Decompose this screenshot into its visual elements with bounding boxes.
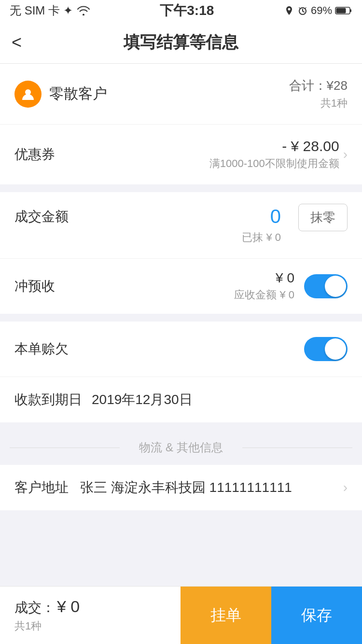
deal-amount-sub: 已抹 ¥ 0 (242, 230, 281, 245)
logistics-divider: 物流 & 其他信息 (0, 440, 362, 455)
pre-receive-amount: ¥ 0 (234, 270, 294, 286)
coupon-row[interactable]: 优惠券 - ¥ 28.00 满1000-100不限制使用金额 › (0, 124, 362, 184)
status-right: 69% (284, 4, 352, 17)
customer-row: 零散客户 合计：¥28 共1种 (0, 64, 362, 124)
address-section: 客户地址 张三 海淀永丰科技园 11111111111 › (0, 465, 362, 510)
content: 零散客户 合计：¥28 共1种 优惠券 - ¥ 28.00 满1000-100不… (0, 64, 362, 581)
round-zero-button[interactable]: 抹零 (298, 204, 348, 231)
credit-label: 本单赊欠 (14, 340, 69, 358)
bottom-buttons: 挂单 保存 (181, 587, 362, 644)
deal-amount-label: 成交金额 (14, 206, 69, 226)
due-date-value: 2019年12月30日 (92, 391, 193, 409)
address-label: 客户地址 (14, 478, 69, 497)
bottom-count: 共1种 (14, 619, 166, 633)
bottom-bar: 成交： ¥ 0 共1种 挂单 保存 (0, 586, 362, 644)
save-button[interactable]: 保存 (271, 587, 362, 644)
status-time: 下午3:18 (160, 1, 214, 20)
pre-receive-right: ¥ 0 应收金额 ¥ 0 (234, 270, 348, 302)
coupon-value: - ¥ 28.00 满1000-100不限制使用金额 (209, 138, 339, 171)
hang-order-button[interactable]: 挂单 (181, 587, 271, 644)
customer-name: 零散客户 (49, 84, 107, 104)
coupon-label: 优惠券 (14, 145, 55, 164)
bottom-left: 成交： ¥ 0 共1种 (0, 597, 181, 633)
bottom-deal-label: 成交： (14, 599, 55, 617)
alarm-icon (297, 5, 308, 16)
svg-rect-5 (336, 8, 346, 14)
address-value: 张三 海淀永丰科技园 11111111111 (80, 478, 343, 497)
chevron-right-icon: › (343, 147, 348, 162)
customer-avatar (14, 81, 42, 108)
customer-total: 合计：¥28 (289, 77, 348, 94)
customer-count: 共1种 (289, 96, 348, 111)
pre-receive-toggle[interactable] (304, 274, 348, 298)
deal-row-right: 0 已抹 ¥ 0 抹零 (242, 206, 348, 245)
deal-amount-value: 0 (242, 206, 281, 227)
deal-amount-row: 成交金额 0 已抹 ¥ 0 抹零 (0, 192, 362, 258)
back-button[interactable]: < (12, 32, 22, 53)
page-title: 填写结算等信息 (124, 31, 238, 54)
battery-percent: 69% (311, 4, 332, 17)
customer-right: 合计：¥28 共1种 (289, 77, 348, 111)
due-date-row: 收款到期日 2019年12月30日 (0, 377, 362, 422)
customer-left: 零散客户 (14, 81, 107, 108)
credit-toggle-knob (325, 338, 346, 360)
svg-rect-4 (350, 9, 351, 12)
credit-toggle[interactable] (304, 337, 348, 361)
coupon-right: - ¥ 28.00 满1000-100不限制使用金额 › (209, 138, 348, 171)
credit-section: 本单赊欠 收款到期日 2019年12月30日 (0, 322, 362, 422)
wifi-icon (77, 6, 90, 15)
sim-label: 无 SIM 卡 ✦ (10, 3, 73, 18)
credit-row: 本单赊欠 (0, 322, 362, 377)
deal-amount-section: 成交金额 0 已抹 ¥ 0 抹零 冲预收 ¥ 0 应收金额 ¥ 0 (0, 192, 362, 314)
logistics-label: 物流 & 其他信息 (139, 440, 223, 455)
svg-line-2 (303, 11, 304, 12)
address-chevron-icon: › (343, 480, 348, 495)
deal-amount-values: 0 已抹 ¥ 0 (242, 206, 281, 245)
coupon-amount: - ¥ 28.00 (209, 138, 339, 154)
bottom-deal-amount: ¥ 0 (57, 597, 80, 616)
logistics-section: 物流 & 其他信息 (0, 430, 362, 465)
pre-receive-values: ¥ 0 应收金额 ¥ 0 (234, 270, 294, 302)
due-date-label: 收款到期日 (14, 391, 82, 409)
nav-bar: < 填写结算等信息 (0, 21, 362, 64)
pre-receive-label: 冲预收 (14, 277, 55, 295)
coupon-desc: 满1000-100不限制使用金额 (209, 156, 339, 171)
address-row[interactable]: 客户地址 张三 海淀永丰科技园 11111111111 › (0, 465, 362, 510)
toggle-knob (325, 276, 346, 297)
status-left: 无 SIM 卡 ✦ (10, 3, 90, 18)
battery-icon (335, 6, 352, 15)
customer-section: 零散客户 合计：¥28 共1种 优惠券 - ¥ 28.00 满1000-100不… (0, 64, 362, 184)
pre-receive-row: 冲预收 ¥ 0 应收金额 ¥ 0 (0, 258, 362, 314)
location-icon (284, 5, 294, 16)
pre-receive-sub: 应收金额 ¥ 0 (234, 288, 294, 302)
status-bar: 无 SIM 卡 ✦ 下午3:18 69% (0, 0, 362, 21)
